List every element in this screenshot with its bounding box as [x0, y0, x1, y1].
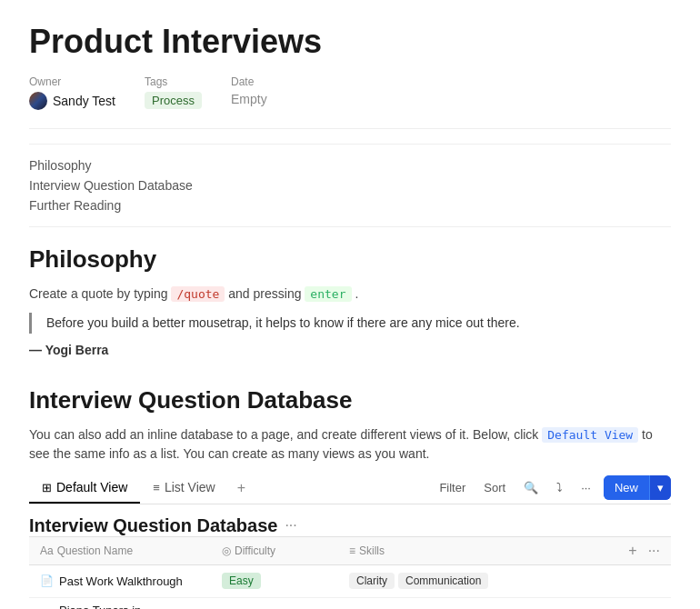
db-intro-title: Interview Question Database	[29, 386, 671, 414]
col-skills-icon: ≡	[349, 544, 355, 557]
row1-skill-communication: Communication	[398, 573, 488, 589]
col-options-button[interactable]: ···	[645, 539, 664, 563]
owner-value: Sandy Test	[29, 92, 115, 110]
add-column-button[interactable]: +	[625, 539, 640, 563]
owner-label: Owner	[29, 75, 115, 88]
db-intro-text: You can also add an inline database to a…	[29, 425, 671, 464]
row1-skills-cell: Clarity Communication	[338, 567, 671, 594]
db-table-title: Interview Question Database	[29, 515, 277, 536]
col-skills-label: Skills	[359, 544, 385, 557]
philosophy-section: Philosophy Create a quote by typing /quo…	[29, 245, 671, 356]
col-header-skills[interactable]: ≡ Skills	[338, 537, 616, 564]
new-button-label[interactable]: New	[604, 475, 649, 500]
row1-skill-clarity: Clarity	[349, 573, 395, 589]
search-button[interactable]: 🔍	[518, 477, 544, 498]
enter-code: enter	[305, 286, 351, 302]
db-actions: Filter Sort 🔍 ⤵ ··· New ▾	[434, 475, 671, 500]
table-row[interactable]: 📄 Piano Tuners in Manhattan Medium Commu…	[29, 598, 671, 609]
col-header-difficulty[interactable]: ◎ Difficulty	[211, 537, 338, 564]
db-tabs-row: ⊞ Default View ≡ List View + Filter Sort…	[29, 473, 671, 504]
instruction-text: Create a quote by typing	[29, 286, 168, 301]
col-difficulty-label: Difficulty	[235, 544, 275, 557]
tags-label: Tags	[145, 75, 202, 88]
row2-skills-cell: Communication Deconstruction Thought Pro…	[338, 604, 671, 609]
add-view-button[interactable]: +	[228, 473, 255, 504]
owner-meta: Owner Sandy Test	[29, 75, 115, 110]
tab-list-label: List View	[165, 480, 215, 494]
col-header-name[interactable]: Aa Question Name	[29, 537, 211, 564]
date-text: Empty	[231, 92, 267, 106]
row2-difficulty-cell: Medium	[211, 604, 338, 609]
toc-item-further-reading[interactable]: Further Reading	[29, 195, 671, 215]
tab-default-label: Default View	[56, 480, 127, 494]
avatar	[29, 92, 47, 110]
page-container: Product Interviews Owner Sandy Test Tags…	[0, 0, 700, 609]
row1-name: Past Work Walkthrough	[59, 574, 183, 588]
philosophy-title: Philosophy	[29, 245, 671, 274]
database-component: ⊞ Default View ≡ List View + Filter Sort…	[29, 473, 671, 609]
metadata-row: Owner Sandy Test Tags Process Date Empty	[29, 75, 671, 110]
db-title-row: Interview Question Database ···	[29, 515, 671, 536]
date-value: Empty	[231, 92, 267, 106]
quote-attribution: — Yogi Berra	[29, 343, 671, 357]
col-name-icon: Aa	[40, 544, 54, 557]
row1-difficulty-cell: Easy	[211, 567, 338, 594]
list-icon: ≡	[153, 481, 160, 494]
quote-text: Before you build a better mousetrap, it …	[46, 315, 520, 330]
tags-meta: Tags Process	[145, 75, 202, 109]
col-difficulty-icon: ◎	[222, 544, 231, 557]
col-name-label: Question Name	[57, 544, 133, 557]
col-header-actions: + ···	[616, 539, 671, 563]
divider	[29, 128, 671, 129]
row1-name-cell: 📄 Past Work Walkthrough	[29, 569, 211, 594]
row2-name-cell: 📄 Piano Tuners in Manhattan	[29, 598, 211, 609]
filter-button[interactable]: Filter	[434, 477, 471, 498]
default-view-code: Default View	[542, 427, 638, 443]
tags-value: Process	[145, 92, 202, 109]
blockquote: Before you build a better mousetrap, it …	[29, 313, 671, 333]
row1-doc-icon: 📄	[40, 574, 54, 587]
tab-list-view[interactable]: ≡ List View	[140, 473, 227, 504]
intro-part1: You can also add an inline database to a…	[29, 427, 538, 442]
interview-db-section: Interview Question Database You can also…	[29, 386, 671, 609]
date-label: Date	[231, 75, 267, 88]
grid-icon: ⊞	[42, 481, 52, 494]
date-meta: Date Empty	[231, 75, 267, 106]
new-record-button[interactable]: New ▾	[604, 475, 671, 500]
toc-item-interview-question-database[interactable]: Interview Question Database	[29, 175, 671, 195]
owner-name: Sandy Test	[53, 94, 115, 108]
process-tag[interactable]: Process	[145, 92, 202, 109]
table-row[interactable]: 📄 Past Work Walkthrough Easy Clarity Com…	[29, 565, 671, 598]
more-options-button[interactable]: ···	[575, 477, 596, 498]
row1-difficulty-badge: Easy	[222, 573, 261, 589]
new-button-caret[interactable]: ▾	[649, 475, 671, 500]
toc-item-philosophy[interactable]: Philosophy	[29, 155, 671, 175]
group-button[interactable]: ⤵	[551, 477, 568, 498]
row2-name: Piano Tuners in Manhattan	[59, 604, 200, 609]
db-column-headers: Aa Question Name ◎ Difficulty ≡ Skills +…	[29, 536, 671, 565]
and-text: and pressing	[228, 286, 301, 301]
tab-default-view[interactable]: ⊞ Default View	[29, 473, 140, 504]
page-title: Product Interviews	[29, 22, 671, 61]
philosophy-instruction: Create a quote by typing /quote and pres…	[29, 285, 671, 304]
quote-code: /quote	[171, 286, 225, 302]
period-text: .	[355, 286, 358, 301]
table-of-contents: Philosophy Interview Question Database F…	[29, 144, 671, 227]
sort-button[interactable]: Sort	[478, 477, 511, 498]
db-title-more-icon[interactable]: ···	[285, 517, 296, 534]
